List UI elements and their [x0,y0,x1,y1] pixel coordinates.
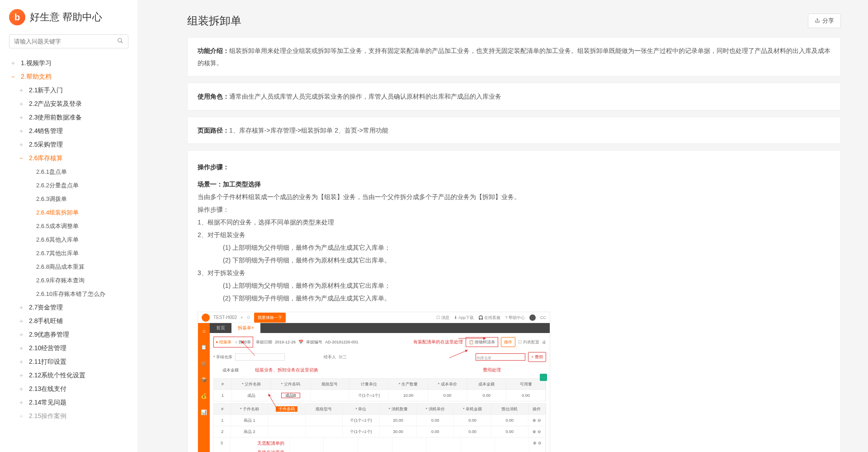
nav-2-2[interactable]: ＋2.2产品安装及登录 [9,97,128,111]
plus-icon: ＋ [17,317,25,325]
plus-icon: ＋ [17,141,25,149]
nav-2-7[interactable]: ＋2.7资金管理 [9,301,128,314]
role-text: 通常由生产人员或库管人员完成拆装业务的操作，库管人员确认原材料的出库和产成品的入… [229,93,501,100]
step-2a: (1) 上部明细为父件明细，最终作为产成品生成其它入库单； [198,241,830,254]
brand-title: 好生意 帮助中心 [30,10,102,24]
plus-icon: ＋ [17,114,25,122]
diagram-note1: 有装配清单的在这里处理 [413,338,463,347]
svg-point-0 [118,38,122,42]
plus-icon: ＋ [17,399,25,407]
nav-2-12[interactable]: ＋2.12系统个性化设置 [9,369,128,382]
plus-icon: ＋ [17,127,25,135]
logo-icon: b [9,9,25,25]
plus-icon: ＋ [17,344,25,352]
nav-2-6-1[interactable]: 2.6.1盘点单 [9,165,128,179]
avatar-icon [529,314,536,321]
intro-label: 功能介绍： [198,47,229,54]
diagram-child-table: # * 子件名称 子件条码 规格型号 * 单位 * 消耗数量 * 消耗单价 * … [213,403,546,452]
nav-2-6-5[interactable]: 2.6.5成本调整单 [9,219,128,233]
scene1-h2: 操作步骤： [198,203,830,216]
nav-2-13[interactable]: ＋2.13在线支付 [9,382,128,396]
plus-icon: ＋ [17,412,25,420]
scene1-p1: 当由多个子件材料组装成一个成品的业务为【组装】业务，当由一个父件拆分成多个子产品… [198,190,830,203]
step-2: 2、对于组装业务 [198,228,830,241]
home-icon: ⌂ [203,326,206,336]
diagram-float-badge [540,374,547,381]
diagram-test-label: TEST-H002 [213,313,237,322]
role-card: 使用角色：通常由生产人员或库管人员完成拆装业务的操作，库管人员确认原材料的出库和… [187,83,841,110]
intro-text: 组装拆卸单用来处理企业组装或拆卸等加工业务，支持有固定装配清单的产品加工业务，也… [198,47,830,67]
intro-card: 功能介绍：组装拆卸单用来处理企业组装或拆卸等加工业务，支持有固定装配清单的产品加… [187,37,841,76]
nav-2-6-8[interactable]: 2.6.8商品成本重算 [9,260,128,274]
sidebar: b 好生意 帮助中心 ＋1.视频学习 －2.帮助文档 ＋2.1新手入门 ＋2.2… [0,0,137,452]
diagram-tab-form: 拆装单 × [231,323,260,333]
nav-2-9[interactable]: ＋2.9优惠券管理 [9,328,128,342]
box-icon: 📦 [201,375,207,385]
diagram-radio-group: ● 组装单 ○ 拆卸单 [213,337,253,347]
brand-row: b 好生意 帮助中心 [9,9,128,25]
diagram-logo-icon [202,314,210,322]
nav-2-6[interactable]: －2.6库存核算 [9,152,128,165]
step-2b: (2) 下部明细为子件明细，最终作为原材料生成其它出库单。 [198,254,830,266]
nav-2-6-10[interactable]: 2.6.10库存账本错了怎么办 [9,287,128,301]
nav-2-1[interactable]: ＋2.1新手入门 [9,84,128,97]
plus-icon: ＋ [17,100,25,108]
step-3: 3、对于拆装业务 [198,266,830,279]
screenshot-diagram: TEST-H002 ▾ ⚙ 我要体验一下 ☐ 消息 ⬇ App下载 🎧 在线客服… [198,312,550,452]
nav-2-15[interactable]: ＋2.15操作案例 [9,409,128,423]
clipboard-icon: 📋 [201,342,207,352]
share-icon [815,18,820,24]
nav-2-3[interactable]: ＋2.3使用前数据准备 [9,111,128,124]
nav-2-6-9[interactable]: 2.6.9库存账本查询 [9,274,128,287]
plus-icon: ＋ [17,385,25,393]
plus-icon: ＋ [9,59,17,67]
nav-2-6-4[interactable]: 2.6.4组装拆卸单 [9,206,128,219]
step-3a: (1) 上部明细为父件明细，最终作为原材料生成其它出库单； [198,279,830,292]
search-icon[interactable] [117,38,123,45]
nav-2-10[interactable]: ＋2.10经营管理 [9,342,128,355]
plus-icon: ＋ [17,371,25,380]
path-text: 1、库存核算->库存管理->组装拆卸单 2、首页->常用功能 [229,127,388,134]
diagram-note3: 费用处理 [483,366,501,375]
diagram-tab-home: 首页 [210,323,231,333]
role-label: 使用角色： [198,93,229,100]
nav-docs[interactable]: －2.帮助文档 [9,70,128,84]
nav-2-11[interactable]: ＋2.11打印设置 [9,355,128,369]
cart-icon: 🛒 [201,358,207,368]
nav-2-8[interactable]: ＋2.8手机旺铺 [9,314,128,328]
nav-2-14[interactable]: ＋2.14常见问题 [9,396,128,409]
main-content: 组装拆卸单 分享 功能介绍：组装拆卸单用来处理企业组装或拆卸等加工业务，支持有固… [137,0,868,452]
nav-2-6-6[interactable]: 2.6.6其他入库单 [9,233,128,247]
minus-icon: － [9,73,17,81]
nav-video[interactable]: ＋1.视频学习 [9,57,128,70]
plus-icon: ＋ [17,304,25,312]
nav-2-6-7[interactable]: 2.6.7其他出库单 [9,247,128,260]
search-box[interactable] [9,34,128,48]
svg-line-1 [121,42,123,43]
diagram-leftbar: ⌂ 📋 🛒 📦 💰 📊 [198,323,210,452]
plus-icon: ＋ [17,331,25,339]
steps-heading: 操作步骤： [198,161,830,173]
diagram-note2: 组装业务、拆卸业务在这里切换 [255,366,318,375]
chart-icon: 📊 [201,407,207,417]
nav-2-5[interactable]: ＋2.5采购管理 [9,138,128,152]
plus-icon: ＋ [17,86,25,95]
step-3b: (2) 下部明细为子件明细，最终作为产成品生成其它入库单。 [198,292,830,305]
plus-icon: ＋ [17,358,25,366]
path-card: 页面路径：1、库存核算->库存管理->组装拆卸单 2、首页->常用功能 [187,117,841,144]
share-button[interactable]: 分享 [808,14,841,28]
search-input[interactable] [14,38,117,45]
diagram-note4: 无需配清单的直接在这里录入 [230,438,290,452]
wallet-icon: 💰 [201,391,207,401]
nav-2-4[interactable]: ＋2.4销售管理 [9,124,128,138]
nav-2-6-2[interactable]: 2.6.2分量盘点单 [9,179,128,192]
steps-card: 操作步骤： 场景一：加工类型选择 当由多个子件材料组装成一个成品的业务为【组装】… [187,150,841,452]
minus-icon: － [17,154,25,162]
diagram-try-button: 我要体验一下 [254,313,286,323]
page-title: 组装拆卸单 [187,14,241,28]
nav-2-6-3[interactable]: 2.6.3调拨单 [9,192,128,206]
scene1-heading: 场景一：加工类型选择 [198,178,830,190]
diagram-warehouse-input: 到库仓库 [476,353,525,361]
diagram-parent-table: # * 父件名称 * 父件条码 规格型号 计量单位 * 生产数量 * 成本单价 … [213,378,546,401]
path-label: 页面路径： [198,127,229,134]
